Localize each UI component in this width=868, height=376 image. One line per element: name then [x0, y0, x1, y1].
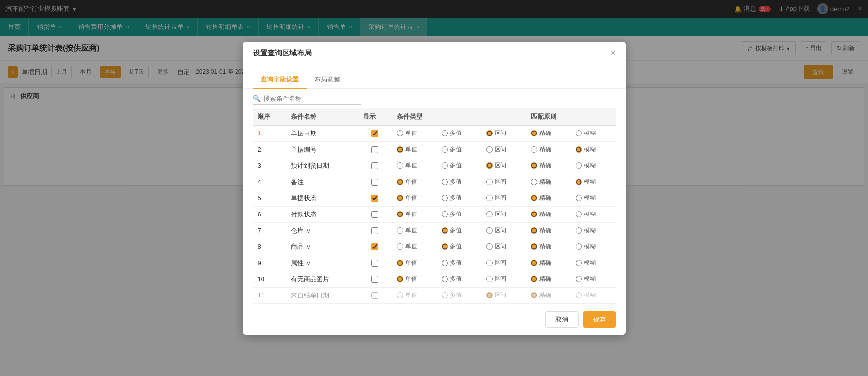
row-type-multi: 多值	[437, 287, 481, 303]
type-multi-radio-5[interactable]	[442, 211, 448, 217]
row-condition-name: 来自结单日期	[286, 287, 358, 303]
row-order: 7	[253, 222, 287, 239]
type-multi-radio-10[interactable]	[442, 292, 448, 298]
row-type-single: 单值	[392, 271, 437, 287]
match-exact-radio-9[interactable]	[531, 276, 537, 282]
row-type-single: 单值	[392, 190, 437, 206]
type-range-radio-7[interactable]	[486, 243, 493, 250]
row-match-exact: 精确	[526, 255, 571, 271]
type-multi-radio-1[interactable]	[442, 146, 448, 153]
match-fuzzy-radio-6[interactable]	[576, 227, 582, 234]
type-range-radio-0[interactable]	[486, 130, 493, 136]
type-single-radio-7[interactable]	[397, 243, 403, 250]
col-name: 条件名称	[286, 108, 358, 126]
type-range-radio-4[interactable]	[486, 195, 493, 201]
row-type-single: 单值	[392, 158, 437, 174]
type-multi-radio-6[interactable]	[442, 227, 448, 234]
row-type-single: 单值	[392, 222, 437, 239]
display-checkbox-4[interactable]	[371, 195, 378, 202]
match-exact-radio-10[interactable]	[531, 292, 537, 298]
match-fuzzy-radio-9[interactable]	[576, 276, 582, 282]
type-range-radio-6[interactable]	[486, 227, 493, 234]
display-checkbox-5[interactable]	[371, 211, 378, 218]
display-checkbox-2[interactable]	[371, 162, 378, 169]
type-single-radio-1[interactable]	[397, 146, 403, 153]
row-match-fuzzy: 模糊	[571, 190, 615, 206]
row-type-multi: 多值	[437, 158, 481, 174]
row-match-fuzzy: 模糊	[571, 141, 615, 158]
match-exact-radio-3[interactable]	[531, 179, 537, 185]
type-single-radio-0[interactable]	[397, 130, 403, 136]
type-single-radio-4[interactable]	[397, 195, 403, 201]
type-multi-radio-3[interactable]	[442, 179, 448, 185]
match-fuzzy-radio-5[interactable]	[576, 211, 582, 217]
row-match-exact: 精确	[526, 174, 571, 190]
row-condition-name: 单据日期	[286, 125, 358, 141]
type-range-radio-2[interactable]	[486, 162, 493, 169]
type-multi-radio-4[interactable]	[442, 195, 448, 201]
display-checkbox-9[interactable]	[371, 276, 378, 283]
type-multi-radio-7[interactable]	[442, 243, 448, 250]
type-single-radio-8[interactable]	[397, 260, 403, 266]
match-exact-radio-1[interactable]	[531, 146, 537, 153]
type-range-radio-1[interactable]	[486, 146, 493, 153]
match-fuzzy-radio-10[interactable]	[576, 292, 582, 298]
type-single-radio-10[interactable]	[397, 292, 403, 298]
match-fuzzy-radio-8[interactable]	[576, 260, 582, 266]
row-display-checkbox	[358, 206, 392, 222]
display-checkbox-1[interactable]	[371, 146, 378, 153]
match-exact-radio-8[interactable]	[531, 260, 537, 266]
modal-close-btn[interactable]: ×	[610, 49, 616, 57]
type-range-radio-9[interactable]	[486, 276, 493, 282]
row-condition-name: 商品 ∨	[286, 239, 358, 255]
display-checkbox-8[interactable]	[371, 260, 378, 267]
modal-tab-field-settings[interactable]: 查询字段设置	[253, 71, 307, 89]
type-single-radio-3[interactable]	[397, 179, 403, 185]
modal-footer: 取消 保存	[243, 304, 626, 335]
row-match-fuzzy: 模糊	[571, 125, 615, 141]
row-type-multi: 多值	[437, 206, 481, 222]
modal-tab-layout-adjust[interactable]: 布局调整	[307, 71, 348, 89]
type-multi-radio-8[interactable]	[442, 260, 448, 266]
match-fuzzy-radio-0[interactable]	[576, 130, 582, 136]
type-range-radio-3[interactable]	[486, 179, 493, 185]
type-single-radio-6[interactable]	[397, 227, 403, 234]
search-box: 🔍	[253, 95, 361, 105]
type-single-radio-9[interactable]	[397, 276, 403, 282]
match-fuzzy-radio-4[interactable]	[576, 195, 582, 201]
type-multi-radio-9[interactable]	[442, 276, 448, 282]
table-row: 7仓库 ∨ 单值 多值 区间 精确 模糊	[253, 222, 616, 239]
type-range-radio-5[interactable]	[486, 211, 493, 217]
table-row: 6付款状态 单值 多值 区间 精确 模糊	[253, 206, 616, 222]
match-fuzzy-radio-1[interactable]	[576, 146, 582, 153]
match-fuzzy-radio-2[interactable]	[576, 162, 582, 169]
match-exact-radio-4[interactable]	[531, 195, 537, 201]
display-checkbox-3[interactable]	[371, 179, 378, 186]
row-type-range: 区间	[481, 125, 526, 141]
row-type-single: 单值	[392, 287, 437, 303]
match-exact-radio-0[interactable]	[531, 130, 537, 136]
row-match-fuzzy: 模糊	[571, 239, 615, 255]
match-exact-radio-5[interactable]	[531, 211, 537, 217]
condition-search-input[interactable]	[263, 95, 352, 102]
type-single-radio-2[interactable]	[397, 162, 403, 169]
type-multi-radio-0[interactable]	[442, 130, 448, 136]
table-row: 3预计到货日期 单值 多值 区间 精确 模糊	[253, 158, 616, 174]
save-button[interactable]: 保存	[583, 311, 616, 328]
display-checkbox-6[interactable]	[371, 227, 378, 234]
cancel-button[interactable]: 取消	[545, 311, 579, 328]
type-single-radio-5[interactable]	[397, 211, 403, 217]
display-checkbox-7[interactable]	[371, 243, 378, 250]
match-exact-radio-2[interactable]	[531, 162, 537, 169]
match-exact-radio-7[interactable]	[531, 243, 537, 250]
type-range-radio-10[interactable]	[486, 292, 493, 298]
row-condition-name: 预计到货日期	[286, 158, 358, 174]
match-fuzzy-radio-7[interactable]	[576, 243, 582, 250]
display-checkbox-0[interactable]	[371, 130, 378, 137]
match-fuzzy-radio-3[interactable]	[576, 179, 582, 185]
match-exact-radio-6[interactable]	[531, 227, 537, 234]
type-range-radio-8[interactable]	[486, 260, 493, 266]
modal-table-wrap: 顺序 条件名称 显示 条件类型 匹配原则 1单据日期 单值 多值 区间 精确 模…	[253, 108, 616, 304]
type-multi-radio-2[interactable]	[442, 162, 448, 169]
display-checkbox-10[interactable]	[371, 292, 378, 299]
